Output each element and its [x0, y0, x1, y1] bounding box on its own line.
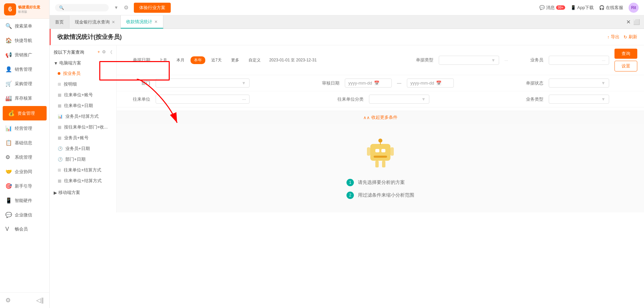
page-actions: ↑ 导出 ↻ 刷新 — [607, 34, 638, 40]
sidebar-item-6[interactable]: 💰 资金管理 — [3, 106, 47, 120]
scheme-item-detail[interactable]: ⊞ 按明细 — [50, 79, 116, 90]
scheme-settings-icon[interactable]: ⚙ — [102, 49, 106, 55]
sidebar-item-13[interactable]: 💬 企业微信 — [0, 208, 49, 222]
messages-btn[interactable]: 💬 消息 99+ — [539, 5, 565, 11]
settings-btn2[interactable]: 设置 — [614, 61, 637, 71]
voucher-status-label: 单据状态 — [517, 80, 543, 86]
sidebar-item-2[interactable]: 📢 营销推广 — [0, 48, 49, 62]
sidebar-item-5[interactable]: 🏭 库存核算 — [0, 91, 49, 105]
scheme-group-desktop-title[interactable]: ▼ 电脑端方案 — [50, 58, 116, 68]
scheme-item-partner-settlement1[interactable]: ⊞ 往来单位+结算方式 — [50, 165, 116, 175]
dept-select[interactable]: ▼ — [156, 79, 250, 88]
grid-icon: ⊞ — [58, 82, 61, 87]
date-tab-this-month[interactable]: 本月 — [173, 56, 188, 64]
partner-category-select[interactable]: ▼ — [369, 95, 429, 104]
scheme-item-partner-settlement2[interactable]: ▦ 往来单位+结算方式 — [50, 175, 116, 186]
sidebar-item-4[interactable]: 🛒 采购管理 — [0, 76, 49, 91]
scheme-item-salesperson-account[interactable]: ▦ 业务员+账号 — [50, 133, 116, 143]
message-badge: 99+ — [556, 5, 565, 10]
export-btn[interactable]: ↑ 导出 — [607, 34, 620, 40]
sidebar-label-14: 畅会员 — [15, 226, 28, 232]
scheme-item-dept-date[interactable]: 🕐 部门+日期 — [50, 154, 116, 165]
query-btn[interactable]: 查询 — [614, 49, 637, 59]
business-type-select[interactable]: ▼ — [549, 95, 609, 104]
sidebar-label-4: 采购管理 — [15, 81, 32, 87]
dropdown-icon[interactable]: ▼ — [114, 5, 118, 10]
sidebar-item-9[interactable]: ⚙ 系统管理 — [0, 150, 49, 164]
date-tab-last-month[interactable]: 上月 — [156, 56, 170, 64]
date-tab-more[interactable]: 更多 — [228, 56, 243, 64]
page-title-bar: 收款情况统计(按业务员) ↑ 导出 ↻ 刷新 — [50, 29, 644, 45]
date-tab-custom[interactable]: 自定义 — [245, 56, 264, 64]
settings-icon[interactable]: ⚙ — [5, 297, 11, 304]
partner-category-arrow: ▼ — [421, 97, 426, 102]
scheme-item-salesperson-date[interactable]: 🕐 业务员+日期 — [50, 143, 116, 154]
message-icon: 💬 — [539, 5, 545, 10]
empty-illustration — [360, 137, 400, 171]
app-download-btn[interactable]: 📱 App下载 — [571, 5, 594, 11]
sidebar-item-1[interactable]: 🏠 快捷导航 — [0, 33, 49, 48]
sidebar-icon-11: 🎯 — [5, 183, 12, 189]
tab-receipt-stats[interactable]: 收款情况统计 ✕ — [121, 15, 163, 29]
partner-select[interactable]: ··· — [156, 95, 250, 104]
sidebar-item-7[interactable]: 📊 经营管理 — [0, 121, 49, 136]
tab-bar: 首页 现金银行流水查询 ✕ 收款情况统计 ✕ ✕ ⬜ — [50, 15, 644, 29]
voucher-type-more[interactable]: ··· — [504, 58, 511, 63]
refresh-icon: ↻ — [624, 35, 627, 40]
partner-more[interactable]: ··· — [242, 97, 246, 102]
online-service-btn[interactable]: 🎧 在线客服 — [599, 5, 623, 11]
voucher-status-select[interactable]: ▼ — [549, 79, 609, 88]
sidebar-label-10: 企业协同 — [15, 169, 32, 175]
tab-close-receipt-stats[interactable]: ✕ — [154, 19, 158, 24]
review-date-from[interactable]: yyyy-mm-dd 📅 — [345, 79, 392, 88]
sidebar-item-11[interactable]: 🎯 新手引导 — [0, 179, 49, 193]
collapse-sidebar-icon[interactable]: ◁∥ — [36, 297, 44, 304]
date-tab-7days[interactable]: 近7天 — [208, 56, 225, 64]
collapse-bar[interactable]: ∧∧ 收起更多条件 — [117, 111, 644, 124]
scheme-item-partner-date[interactable]: ▦ 往来单位+日期 — [50, 100, 116, 111]
sidebar-label-6: 资金管理 — [17, 110, 35, 116]
query-buttons: 查询 设置 — [614, 49, 637, 71]
scheme-item-salesperson[interactable]: 按业务员 — [50, 68, 116, 79]
header-right: 💬 消息 99+ 📱 App下载 🎧 在线客服 Rit — [539, 3, 639, 13]
sidebar-item-10[interactable]: 🤝 企业协同 — [0, 164, 49, 179]
collapse-icon: ∧∧ — [363, 115, 370, 120]
sidebar-item-3[interactable]: 👤 销售管理 — [0, 62, 49, 76]
scheme-panel-header: 按以下方案查询 + ⚙ 《 — [50, 49, 116, 58]
expand-icon: ▼ — [54, 61, 58, 66]
refresh-btn[interactable]: ↻ 刷新 — [624, 34, 637, 40]
active-dot — [58, 72, 60, 75]
tab-home[interactable]: 首页 — [50, 15, 69, 29]
scheme-item-salesperson-settlement[interactable]: 📊 业务员+结算方式 — [50, 111, 116, 122]
filter-row-3: 往来单位 ··· 往来单位分类 ▼ 业务类型 ▼ — [117, 91, 644, 107]
scheme-item-partner-dept[interactable]: ▦ 按往来单位+部门+收... — [50, 122, 116, 133]
logo-area: 6 畅捷通好生意 标准版 — [0, 0, 49, 19]
maximize-icon[interactable]: ⬜ — [633, 19, 640, 25]
sidebar-label-12: 智能硬件 — [15, 198, 32, 204]
scheme-group-mobile-title[interactable]: ▶ 移动端方案 — [50, 188, 116, 198]
user-avatar[interactable]: Rit — [629, 3, 639, 13]
sidebar-item-0[interactable]: 🔍 搜索菜单 — [0, 19, 49, 33]
scheme-item-partner-account[interactable]: ▦ 往来单位+账号 — [50, 90, 116, 100]
collapse-scheme-icon[interactable]: 《 — [108, 49, 112, 55]
page-title: 收款情况统计(按业务员) — [57, 33, 122, 41]
add-scheme-btn[interactable]: + — [97, 49, 100, 55]
date-tab-this-year[interactable]: 本年 — [191, 56, 205, 64]
salesperson-select[interactable]: ··· — [549, 56, 609, 65]
top-header: 🔍 ▼ ⚙ 体验行业方案 💬 消息 99+ 📱 App下载 🎧 在线客服 Rit — [50, 0, 644, 15]
sidebar-menu: 🔍 搜索菜单 🏠 快捷导航 📢 营销推广 👤 销售管理 🛒 采购管理 🏭 库存核… — [0, 19, 49, 292]
tab-cash-flow[interactable]: 现金银行流水查询 ✕ — [69, 15, 121, 29]
gear-icon[interactable]: ⚙ — [124, 4, 128, 11]
sidebar-item-8[interactable]: 📋 基础信息 — [0, 136, 49, 150]
trial-btn[interactable]: 体验行业方案 — [134, 3, 171, 13]
sidebar-item-14[interactable]: V 畅会员 — [0, 222, 49, 236]
voucher-type-select[interactable]: ▼ — [439, 56, 499, 65]
review-date-to[interactable]: yyyy-mm-dd 📅 — [407, 79, 454, 88]
sidebar-item-12[interactable]: 📱 智能硬件 — [0, 193, 49, 208]
close-window-icon[interactable]: ✕ — [626, 19, 631, 25]
salesperson-label: 业务员 — [517, 57, 543, 63]
date-tabs-control: 上月 本月 本年 近7天 更多 自定义 2023-01-01 至 2023-12… — [156, 56, 317, 64]
sidebar-label-11: 新手引导 — [15, 183, 32, 189]
header-search[interactable]: 🔍 — [55, 4, 109, 11]
tab-close-cash-flow[interactable]: ✕ — [112, 20, 115, 24]
